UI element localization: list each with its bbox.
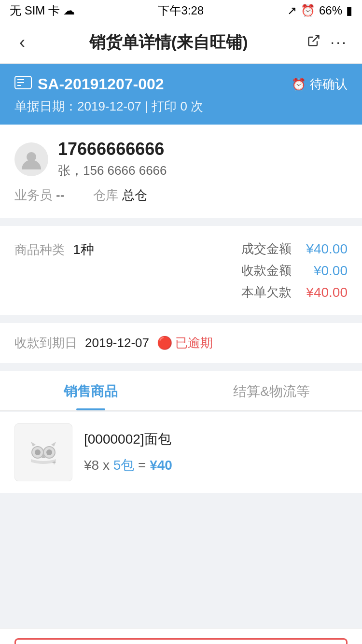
alarm-icon: ⏰: [301, 4, 315, 17]
salesperson-field: 业务员 --: [14, 187, 64, 204]
order-header: SA-20191207-002 ⏰ 待确认 单据日期：2019-12-07 | …: [0, 64, 362, 125]
transaction-amount-value: ¥40.00: [299, 241, 348, 257]
customer-info: 17666666666 张，156 6666 6666: [58, 139, 167, 179]
product-types-info: 商品种类 1种: [14, 240, 94, 259]
collection-amount-row: 收款金额 ¥0.00: [241, 262, 348, 279]
more-button[interactable]: ···: [330, 33, 348, 51]
product-types-value: 1种: [73, 242, 94, 257]
empty-space: [0, 493, 362, 628]
collection-amount-value: ¥0.00: [299, 263, 348, 279]
nav-bar: ‹ 销货单详情(来自旺铺) ···: [0, 21, 362, 64]
tab-products[interactable]: 销售商品: [0, 371, 181, 410]
svg-line-0: [313, 36, 319, 42]
sim-status: 无 SIM 卡 ☁: [10, 3, 75, 18]
debt-amount-value: ¥40.00: [299, 285, 348, 300]
salesperson-label: 业务员: [14, 187, 52, 204]
due-date-card: 收款到期日 2019-12-07 🔴 已逾期: [0, 323, 362, 363]
product-price: ¥8 x 5包 = ¥40: [84, 456, 348, 475]
due-date-label: 收款到期日: [14, 335, 77, 351]
avatar: [14, 142, 48, 176]
status-right: ↗ ⏰ 66% ▮: [287, 4, 352, 17]
svg-text:+: +: [52, 459, 56, 466]
customer-top: 17666666666 张，156 6666 6666: [14, 139, 348, 179]
customer-meta: 业务员 -- 仓库 总仓: [14, 187, 348, 204]
debt-amount-row: 本单欠款 ¥40.00: [241, 284, 348, 301]
customer-card: 17666666666 张，156 6666 6666 业务员 -- 仓库 总仓: [0, 125, 362, 218]
transaction-amount-label: 成交金额: [241, 240, 292, 257]
product-qty: 5包: [113, 458, 135, 473]
content-area: SA-20191207-002 ⏰ 待确认 单据日期：2019-12-07 | …: [0, 64, 362, 628]
product-types-label: 商品种类: [14, 242, 65, 257]
order-status: ⏰ 待确认: [292, 76, 348, 93]
summary-card: 商品种类 1种 成交金额 ¥40.00 收款金额 ¥0.00 本单欠款 ¥40.…: [0, 226, 362, 315]
clock-icon: ⏰: [292, 78, 306, 91]
order-icon: [14, 75, 32, 93]
tab-settlement[interactable]: 结算&物流等: [181, 371, 362, 410]
order-id: SA-20191207-002: [14, 75, 164, 93]
order-date: 单据日期：2019-12-07 | 打印 0 次: [14, 98, 348, 115]
back-button[interactable]: ‹: [14, 28, 30, 57]
svg-marker-12: [51, 442, 56, 447]
location-icon: ↗: [287, 4, 297, 17]
debt-amount-label: 本单欠款: [241, 284, 292, 301]
warehouse-value: 总仓: [122, 187, 147, 204]
customer-name: 张，156 6666 6666: [58, 162, 167, 179]
warning-icon: 🔴: [157, 336, 172, 350]
share-button[interactable]: [307, 33, 320, 51]
product-total: ¥40: [150, 458, 172, 473]
page-title: 销货单详情(来自旺铺): [30, 31, 307, 54]
svg-point-8: [35, 449, 41, 455]
status-left: 无 SIM 卡 ☁: [10, 3, 75, 18]
salesperson-value: --: [56, 188, 64, 203]
product-card: + [0000002]面包 ¥8 x 5包 = ¥40: [0, 412, 362, 493]
amounts: 成交金额 ¥40.00 收款金额 ¥0.00 本单欠款 ¥40.00: [241, 240, 348, 301]
warehouse-label: 仓库: [93, 187, 118, 204]
battery-icon: ▮: [346, 4, 352, 17]
overdue-badge: 🔴 已逾期: [157, 335, 213, 351]
product-thumbnail: +: [14, 423, 72, 481]
status-bar: 无 SIM 卡 ☁ 下午3:28 ↗ ⏰ 66% ▮: [0, 0, 362, 21]
product-info: [0000002]面包 ¥8 x 5包 = ¥40: [84, 430, 348, 475]
confirm-order-button[interactable]: 旺铺订单确认: [14, 638, 348, 644]
tabs-container: 销售商品 结算&物流等: [0, 371, 362, 411]
svg-marker-11: [31, 442, 36, 447]
due-date-value: 2019-12-07: [85, 336, 149, 350]
transaction-amount-row: 成交金额 ¥40.00: [241, 240, 348, 257]
customer-phone: 17666666666: [58, 139, 167, 159]
warehouse-field: 仓库 总仓: [93, 187, 147, 204]
unit-price: ¥8 x: [84, 458, 113, 473]
overdue-text: 已逾期: [175, 335, 213, 351]
svg-point-9: [46, 449, 52, 455]
collection-amount-label: 收款金额: [241, 262, 292, 279]
nav-actions: ···: [307, 33, 348, 51]
battery-status: 66%: [319, 4, 342, 17]
bottom-action: 旺铺订单确认: [0, 628, 362, 644]
product-name: [0000002]面包: [84, 430, 348, 448]
status-time: 下午3:28: [158, 3, 204, 18]
equals-sign: =: [134, 458, 150, 473]
